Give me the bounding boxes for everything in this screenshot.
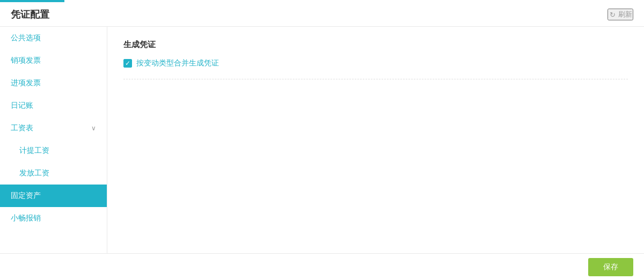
refresh-label: 刷新	[618, 10, 632, 19]
refresh-icon: ↻	[609, 11, 616, 18]
refresh-button[interactable]: ↻ 刷新	[608, 9, 633, 20]
checkbox-row: ✓ 按变动类型合并生成凭证	[123, 58, 628, 68]
sidebar-item-label: 固定资产	[11, 191, 41, 201]
sidebar-item-label: 发放工资	[19, 168, 49, 178]
sidebar-item-expense-report[interactable]: 小畅报销	[0, 207, 107, 230]
divider	[123, 79, 628, 79]
sidebar-item-public-options[interactable]: 公共选项	[0, 27, 107, 49]
sidebar-item-payroll-table[interactable]: 工资表∨	[0, 117, 107, 139]
sidebar: 公共选项销项发票进项发票日记账工资表∨计提工资发放工资固定资产小畅报销	[0, 27, 107, 253]
sidebar-item-purchase-invoice[interactable]: 进项发票	[0, 72, 107, 94]
section-title: 生成凭证	[123, 40, 628, 50]
sidebar-item-journal[interactable]: 日记账	[0, 94, 107, 117]
checkbox-label: 按变动类型合并生成凭证	[136, 58, 219, 68]
sidebar-item-label: 销项发票	[11, 56, 41, 65]
save-button[interactable]: 保存	[588, 258, 633, 276]
sidebar-item-label: 公共选项	[11, 33, 41, 43]
merge-checkbox[interactable]: ✓	[123, 59, 132, 68]
sidebar-item-label: 工资表	[11, 123, 33, 133]
footer: 保存	[0, 253, 644, 280]
main-layout: 公共选项销项发票进项发票日记账工资表∨计提工资发放工资固定资产小畅报销 生成凭证…	[0, 27, 644, 253]
sidebar-item-payroll-calc[interactable]: 计提工资	[0, 139, 107, 162]
sidebar-item-payroll-pay[interactable]: 发放工资	[0, 162, 107, 185]
page-wrapper: 凭证配置 ↻ 刷新 公共选项销项发票进项发票日记账工资表∨计提工资发放工资固定资…	[0, 0, 644, 280]
sidebar-item-label: 计提工资	[19, 146, 49, 156]
check-mark-icon: ✓	[125, 60, 130, 67]
sidebar-item-fixed-assets[interactable]: 固定资产	[0, 185, 107, 207]
sidebar-item-label: 日记账	[11, 101, 33, 110]
sidebar-item-label: 进项发票	[11, 78, 41, 88]
sidebar-item-sales-invoice[interactable]: 销项发票	[0, 49, 107, 72]
content-area: 生成凭证 ✓ 按变动类型合并生成凭证	[107, 27, 644, 253]
chevron-down-icon: ∨	[91, 124, 96, 132]
page-title: 凭证配置	[11, 8, 49, 21]
sidebar-item-label: 小畅报销	[11, 213, 41, 223]
header: 凭证配置 ↻ 刷新	[0, 2, 644, 27]
